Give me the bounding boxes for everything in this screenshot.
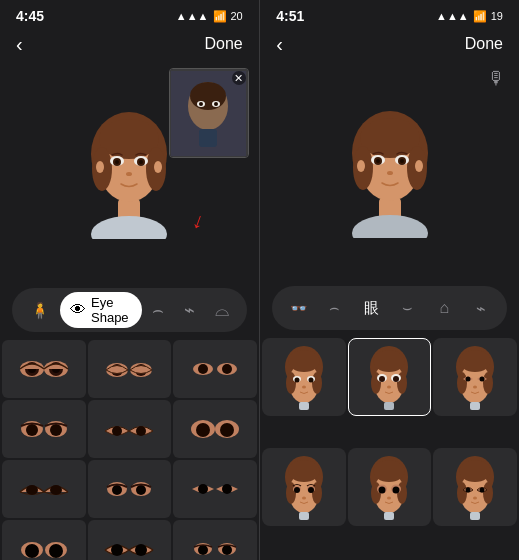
svg-rect-43 — [10, 409, 78, 449]
svg-point-129 — [288, 460, 320, 482]
right-cell-6[interactable] — [433, 448, 517, 526]
avatar-variant-5 — [362, 455, 417, 520]
svg-point-95 — [415, 160, 423, 172]
svg-point-58 — [50, 485, 62, 495]
right-battery-icon: 19 — [491, 10, 503, 22]
svg-point-122 — [483, 372, 493, 394]
svg-point-121 — [457, 372, 467, 394]
rt-eye-small-icon: 👓 — [290, 300, 307, 316]
svg-point-94 — [357, 160, 365, 172]
mic-button[interactable]: 🎙 — [487, 68, 505, 89]
eye-cell-7[interactable] — [2, 460, 86, 518]
right-cell-5[interactable] — [348, 448, 432, 526]
svg-point-57 — [26, 485, 38, 495]
camera-close-button[interactable]: ✕ — [232, 71, 246, 85]
eye-shape-2 — [95, 349, 163, 389]
svg-point-151 — [459, 460, 491, 482]
eye-cell-10[interactable] — [2, 520, 86, 560]
svg-point-12 — [139, 160, 143, 164]
rt-nose[interactable]: ⌂ — [427, 291, 461, 325]
rt-eyeshape-icon: ⌢ — [329, 299, 340, 317]
eye-shape-9 — [181, 469, 249, 509]
svg-point-104 — [308, 377, 313, 382]
right-cell-3[interactable] — [433, 338, 517, 416]
svg-point-40 — [198, 364, 208, 374]
toolbar-body[interactable]: 🧍 — [20, 292, 60, 328]
rt-eyebrow-icon: ⌣ — [402, 299, 413, 317]
svg-point-15 — [154, 161, 162, 173]
eye-shape-7 — [10, 469, 78, 509]
svg-point-102 — [294, 377, 299, 382]
svg-point-125 — [473, 385, 477, 388]
svg-point-77 — [198, 545, 208, 555]
eye-cell-11[interactable] — [88, 520, 172, 560]
svg-rect-59 — [95, 469, 163, 509]
rt-nose-icon: ⌂ — [439, 299, 449, 317]
right-signal-icon: ▲▲▲ — [436, 10, 469, 22]
eye-cell-12[interactable] — [173, 520, 257, 560]
toolbar-eye-shape[interactable]: 👁 Eye Shape — [60, 292, 142, 328]
svg-point-154 — [465, 487, 470, 492]
svg-rect-67 — [10, 529, 78, 560]
svg-rect-137 — [299, 512, 309, 520]
rt-eye-small[interactable]: 👓 — [281, 291, 315, 325]
right-main-avatar — [335, 108, 445, 238]
eye-shape-4 — [10, 409, 78, 449]
left-done-button[interactable]: Done — [205, 35, 243, 53]
lash-icon: ⌁ — [184, 299, 195, 321]
eye-shape-5 — [95, 409, 163, 449]
eye-cell-3[interactable] — [173, 340, 257, 398]
right-done-button[interactable]: Done — [465, 35, 503, 53]
eye-cell-4[interactable] — [2, 400, 86, 458]
svg-point-98 — [288, 350, 320, 372]
svg-rect-64 — [181, 469, 249, 509]
signal-icon: ▲▲▲ — [176, 10, 209, 22]
svg-rect-31 — [95, 349, 163, 389]
right-cell-2[interactable] — [348, 338, 432, 416]
svg-point-123 — [465, 376, 470, 381]
rt-eyebrow[interactable]: ⌣ — [391, 291, 425, 325]
svg-point-124 — [479, 376, 484, 381]
right-toolbar: 👓 ⌢ 眼 ⌣ ⌂ ⌁ — [272, 286, 507, 330]
eye-cell-2[interactable] — [88, 340, 172, 398]
wifi-icon: 📶 — [213, 10, 227, 23]
eye-cell-5[interactable] — [88, 400, 172, 458]
rt-glasses-icon: 眼 — [364, 299, 379, 318]
eye-cell-8[interactable] — [88, 460, 172, 518]
left-back-button[interactable]: ‹ — [16, 33, 23, 56]
battery-icon: 20 — [231, 10, 243, 22]
eye-cell-1[interactable] — [2, 340, 86, 398]
eye-cell-6[interactable] — [173, 400, 257, 458]
rt-eye-shape[interactable]: ⌢ — [318, 291, 352, 325]
right-cell-4[interactable] — [262, 448, 346, 526]
svg-point-73 — [111, 544, 123, 556]
svg-point-156 — [473, 496, 477, 499]
toolbar-face[interactable]: ⌓ — [205, 292, 239, 328]
avatar-variant-6 — [448, 455, 503, 520]
svg-rect-126 — [470, 402, 480, 410]
svg-point-2 — [91, 216, 167, 239]
svg-point-13 — [126, 172, 132, 176]
avatar-variant-4 — [277, 455, 332, 520]
svg-point-61 — [112, 485, 122, 495]
svg-point-55 — [220, 423, 234, 437]
eye-shape-label: Eye Shape — [91, 295, 132, 325]
svg-point-69 — [25, 544, 39, 558]
rt-mouth-icon: ⌁ — [476, 299, 486, 318]
svg-point-74 — [135, 544, 147, 556]
svg-rect-117 — [384, 402, 394, 410]
svg-rect-75 — [181, 529, 249, 560]
eye-cell-9[interactable] — [173, 460, 257, 518]
rt-glasses[interactable]: 眼 — [354, 291, 388, 325]
right-back-button[interactable]: ‹ — [276, 33, 283, 56]
svg-point-65 — [198, 484, 208, 494]
toolbar-lash[interactable]: ⌁ — [174, 292, 205, 328]
toolbar-eyebrow[interactable]: ⌢ — [142, 292, 174, 328]
rt-mouth[interactable]: ⌁ — [464, 291, 498, 325]
right-cell-1[interactable] — [262, 338, 346, 416]
svg-point-146 — [393, 486, 400, 493]
svg-point-133 — [294, 487, 300, 493]
avatar-variant-2 — [362, 345, 417, 410]
svg-point-152 — [457, 482, 467, 504]
svg-rect-148 — [384, 512, 394, 520]
